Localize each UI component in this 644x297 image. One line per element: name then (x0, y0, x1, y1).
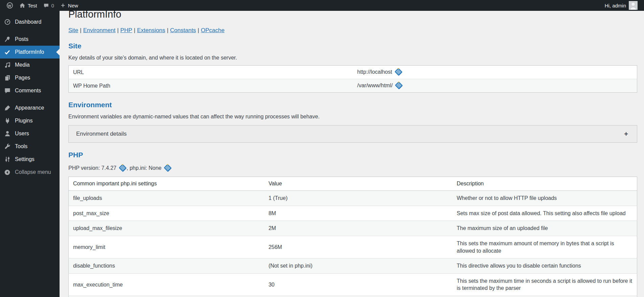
table-row: max_execution_time 30 This sets the maxi… (69, 273, 637, 296)
greeting-label: Hi, admin (605, 3, 626, 8)
table-header-row: Common important php.ini settings Value … (69, 177, 637, 191)
setting-name: upload_max_filesize (69, 221, 264, 236)
site-row-value-cell: http://localhost (353, 66, 637, 79)
avatar (629, 1, 638, 10)
setting-description: Whether or not to allow HTTP file upload… (452, 191, 637, 206)
site-row-value: /var/www/html/ (357, 83, 393, 88)
column-header-setting: Common important php.ini settings (69, 177, 264, 191)
sidebar-item-platforminfo[interactable]: PlatformInfo (0, 46, 60, 59)
setting-value: 256M (264, 236, 452, 258)
site-name-menu[interactable]: Test (16, 0, 40, 11)
setting-name: memory_limit (69, 236, 264, 258)
setting-description: This sets the maximum amount of memory i… (452, 236, 637, 258)
copy-icon[interactable] (164, 164, 172, 172)
column-header-description: Description (452, 177, 637, 191)
table-row: WP Home Path /var/www/html/ (69, 79, 637, 93)
sidebar-item-comments[interactable]: Comments (0, 84, 60, 97)
php-ini-value: None (149, 165, 161, 171)
setting-name: file_uploads (69, 191, 264, 206)
copy-icon[interactable] (395, 82, 403, 89)
sidebar-item-appearance[interactable]: Appearance (0, 101, 60, 114)
site-section-description: Key details of your site's domain, and w… (68, 55, 637, 61)
table-row: upload_max_filesize 2M The maximum size … (69, 221, 637, 236)
new-plus-icon (60, 3, 66, 8)
new-menu[interactable]: New (57, 0, 81, 11)
menu-separator (0, 97, 60, 101)
section-nav: Site|Environment|PHP|Extensions|Constant… (68, 27, 637, 34)
nav-link-site[interactable]: Site (68, 27, 78, 33)
sidebar-item-label: PlatformInfo (15, 49, 44, 55)
nav-separator: | (198, 27, 199, 33)
collapse-arrow-icon (4, 169, 11, 176)
site-name-label: Test (28, 3, 37, 8)
table-row: URL http://localhost (69, 66, 637, 79)
nav-link-php[interactable]: PHP (120, 27, 132, 33)
setting-value: 1 (True) (264, 296, 452, 297)
nav-link-extensions[interactable]: Extensions (137, 27, 165, 33)
admin-sidebar: Dashboard Posts PlatformInfo Media Pages… (0, 11, 60, 297)
nav-separator: | (80, 27, 81, 33)
setting-name: disable_functions (69, 258, 264, 274)
environment-details-accordion[interactable]: Environment details + (68, 125, 637, 143)
sidebar-item-dashboard[interactable]: Dashboard (0, 16, 60, 28)
site-row-value-cell: /var/www/html/ (353, 79, 637, 93)
php-ini-label: , php.ini: (127, 165, 149, 171)
nav-link-environment[interactable]: Environment (83, 27, 115, 33)
sidebar-item-label: Media (15, 62, 30, 68)
sidebar-item-pages[interactable]: Pages (0, 71, 60, 84)
my-account-menu[interactable]: Hi, admin (602, 0, 641, 11)
brush-icon (4, 105, 11, 112)
nav-link-constants[interactable]: Constants (170, 27, 196, 33)
dashboard-icon (4, 19, 11, 26)
site-row-label: URL (69, 66, 353, 79)
table-row: disable_functions (Not set in php.ini) T… (69, 258, 637, 274)
setting-description: Sets max size of post data allowed. This… (452, 206, 637, 221)
php-settings-table: Common important php.ini settings Value … (68, 177, 637, 297)
site-table: URL http://localhost WP Home Path /var/w… (68, 65, 637, 93)
new-label: New (68, 3, 78, 8)
sidebar-item-tools[interactable]: Tools (0, 140, 60, 153)
environment-section-heading: Environment (68, 101, 637, 109)
person-icon (629, 1, 638, 10)
setting-description: This directive allows you to disable cer… (452, 258, 637, 274)
sidebar-item-label: Tools (15, 143, 27, 150)
accordion-label: Environment details (76, 131, 127, 137)
sidebar-item-media[interactable]: Media (0, 59, 60, 71)
environment-section-description: Environment variables are dynamic-named … (68, 114, 637, 120)
setting-value: 2M (264, 221, 452, 236)
check-icon (4, 49, 11, 56)
plug-icon (4, 117, 11, 124)
wp-logo-menu[interactable] (3, 0, 16, 11)
wordpress-logo-icon (6, 2, 13, 9)
copy-icon[interactable] (395, 68, 402, 76)
table-row: display_errors 1 (True) This determines … (69, 296, 637, 297)
site-row-value: http://localhost (357, 69, 392, 75)
copy-icon[interactable] (119, 164, 127, 172)
php-section-heading: PHP (68, 151, 637, 159)
collapse-menu-button[interactable]: Collapse menu (0, 166, 60, 179)
table-row: post_max_size 8M Sets max size of post d… (69, 206, 637, 221)
sidebar-item-label: Pages (15, 75, 30, 81)
sidebar-item-users[interactable]: Users (0, 127, 60, 140)
nav-link-opcache[interactable]: OPcache (201, 27, 225, 33)
sidebar-item-label: Settings (15, 156, 35, 162)
sidebar-item-settings[interactable]: Settings (0, 153, 60, 166)
sidebar-item-label: Posts (15, 36, 28, 42)
comment-bubble-icon (43, 3, 49, 8)
setting-value: 30 (264, 273, 452, 296)
site-row-label: WP Home Path (69, 79, 353, 93)
admin-bar: Test 0 New Hi, admin (0, 0, 644, 11)
home-icon (19, 2, 25, 8)
table-row: file_uploads 1 (True) Whether or not to … (69, 191, 637, 206)
setting-value: 1 (True) (264, 191, 452, 206)
comments-menu[interactable]: 0 (40, 0, 57, 11)
sidebar-item-label: Appearance (15, 105, 44, 111)
sliders-icon (4, 156, 11, 163)
main-content: PlatformInfo Site|Environment|PHP|Extens… (60, 0, 644, 297)
setting-value: (Not set in php.ini) (264, 258, 452, 274)
collapse-menu-label: Collapse menu (15, 169, 51, 175)
sidebar-item-posts[interactable]: Posts (0, 33, 60, 46)
sidebar-item-plugins[interactable]: Plugins (0, 114, 60, 127)
nav-separator: | (117, 27, 118, 33)
site-section-heading: Site (68, 42, 637, 50)
